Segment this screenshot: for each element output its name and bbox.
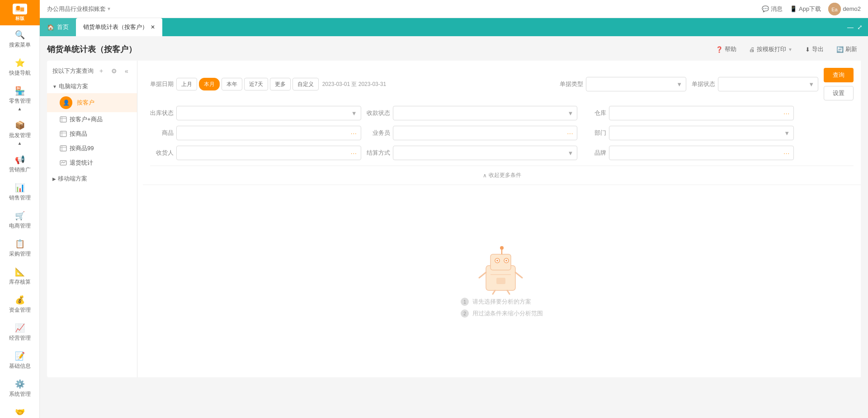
payment-status-select[interactable]: ▼ (393, 106, 578, 120)
doc-type-select[interactable]: ▼ (586, 77, 686, 91)
home-icon: 🏠 (47, 24, 54, 31)
scheme-item-by-customer[interactable]: 👤 按客户 (47, 93, 137, 112)
sidebar-item-inventory[interactable]: 📐 库存核算 (0, 262, 39, 290)
department-select[interactable]: ▼ (609, 126, 794, 140)
export-label: 导出 (812, 45, 824, 53)
svg-line-23 (479, 272, 486, 278)
scheme-collapse-btn[interactable]: « (122, 66, 132, 76)
empty-illustration (475, 245, 529, 290)
sidebar-item-ecommerce[interactable]: 🛒 电商管理 (0, 206, 39, 234)
print-icon: 🖨 (749, 46, 755, 53)
warehouse-field: 仓库 ··· (583, 106, 794, 120)
scheme-item-by-product[interactable]: 按商品 (47, 127, 137, 141)
product-select[interactable]: ··· (176, 126, 361, 140)
export-icon: ⬇ (805, 46, 810, 53)
query-button[interactable]: 查询 (824, 68, 854, 82)
settings-button[interactable]: 设置 (824, 86, 854, 100)
sidebar-item-sales[interactable]: 📊 销售管理 (0, 178, 39, 206)
scheme-panel-icons: ＋ ⚙ « (96, 66, 132, 76)
date-btn-more[interactable]: 更多 (270, 78, 291, 90)
chevron-up-icon: ∧ (483, 172, 487, 179)
payment-status-label: 收款状态 (367, 109, 390, 117)
ecommerce-icon: 🛒 (15, 211, 25, 221)
help-btn[interactable]: ❓ 帮助 (712, 43, 740, 55)
sidebar-item-purchase[interactable]: 📋 采购管理 (0, 234, 39, 262)
scheme-panel-header: 按以下方案查询 ＋ ⚙ « (47, 66, 137, 76)
maximize-icon[interactable]: ⤢ (857, 24, 863, 31)
scheme-group-mobile-header[interactable]: ▶ 移动端方案 (47, 172, 137, 185)
date-btn-this-month[interactable]: 本月 (199, 78, 220, 90)
app-download-btn[interactable]: 📱 App下载 (790, 5, 821, 13)
sidebar-item-operation[interactable]: 📈 经营管理 (0, 318, 39, 347)
sidebar-item-finance[interactable]: 💰 资金管理 (0, 290, 39, 318)
tab-close-icon[interactable]: ✕ (151, 24, 155, 30)
page-header: 销货单统计表（按客户） ❓ 帮助 🖨 按模板打印 ▼ ⬇ 导出 🔄 刷新 (47, 43, 861, 55)
scheme-group-desktop-header[interactable]: ▼ 电脑端方案 (47, 80, 137, 93)
tabbar: 🏠 首页 销货单统计表（按客户） ✕ — ⤢ (40, 18, 868, 36)
salesperson-select[interactable]: ··· (393, 126, 578, 140)
tab-home[interactable]: 🏠 首页 (40, 18, 76, 36)
date-btn-7days[interactable]: 近7天 (244, 78, 268, 90)
sidebar-item-basic[interactable]: 📝 基础信息 (0, 347, 39, 375)
svg-rect-1 (16, 6, 20, 10)
date-btn-this-year[interactable]: 本年 (222, 78, 242, 90)
date-range-text: 2023-03-01 至 2023-03-31 (322, 81, 386, 88)
salesperson-field: 业务员 ··· (367, 126, 578, 140)
doc-status-select[interactable]: ▼ (718, 77, 818, 91)
out-status-select[interactable]: ▼ (176, 106, 361, 120)
scheme-item-by-product-99[interactable]: 按商品99 (47, 141, 137, 156)
salesperson-label: 业务员 (367, 129, 390, 137)
scheme-settings-btn[interactable]: ⚙ (109, 66, 119, 76)
tab-home-label: 首页 (57, 23, 69, 31)
date-btn-custom[interactable]: 自定义 (292, 78, 319, 90)
payment-status-field: 收款状态 ▼ (367, 106, 578, 120)
scheme-item-return-stats[interactable]: 退货统计 (47, 156, 137, 170)
collapse-btn[interactable]: ∧ 收起更多条件 (476, 170, 528, 181)
sidebar-item-system[interactable]: ⚙️ 系统管理 (0, 375, 39, 403)
scheme-group-mobile: ▶ 移动端方案 (47, 172, 137, 185)
scheme-panel-title: 按以下方案查询 (52, 67, 94, 75)
sidebar-item-label: 零售管理 (9, 97, 31, 105)
warehouse-dots: ··· (783, 110, 790, 117)
refresh-btn[interactable]: 🔄 刷新 (833, 43, 861, 55)
settlement-select[interactable]: ▼ (393, 146, 578, 160)
message-icon: 💬 (762, 5, 769, 12)
retail-arrow: ▲ (18, 106, 22, 111)
sidebar-item-search-menu[interactable]: 🔍 搜索菜单 (0, 25, 39, 53)
print-btn[interactable]: 🖨 按模板打印 ▼ (745, 43, 796, 55)
sidebar-item-marketing[interactable]: 📢 营销推广 (0, 150, 39, 178)
page-actions: ❓ 帮助 🖨 按模板打印 ▼ ⬇ 导出 🔄 刷新 (712, 43, 861, 55)
date-btn-last-month[interactable]: 上月 (176, 78, 197, 90)
warehouse-select[interactable]: ··· (609, 106, 794, 120)
user-profile[interactable]: Ea demo2 (828, 3, 861, 15)
sidebar-item-wholesale[interactable]: 📦 批发管理 ▲ (0, 116, 39, 150)
export-btn[interactable]: ⬇ 导出 (802, 43, 827, 55)
warehouse-label: 仓库 (583, 109, 606, 117)
brand-select[interactable]: ··· (609, 146, 794, 160)
svg-rect-5 (60, 117, 66, 122)
sidebar-item-label: 资金管理 (9, 306, 31, 314)
industry-selector[interactable]: 办公用品行业模拟账套 ▼ (47, 5, 111, 13)
sidebar-item-retail[interactable]: 🏪 零售管理 ▲ (0, 81, 39, 116)
sales-icon: 📊 (15, 183, 25, 193)
recipient-dots: ··· (351, 150, 357, 157)
minimize-icon[interactable]: — (847, 24, 854, 31)
tab-sales-stat[interactable]: 销货单统计表（按客户） ✕ (76, 18, 162, 36)
scheme-item-by-customer-product[interactable]: 按客户+商品 (47, 112, 137, 127)
svg-point-19 (496, 260, 498, 261)
return-stats-icon (60, 159, 67, 166)
sidebar-item-enterprise-coop[interactable]: 🤝 企业协同 (0, 403, 39, 418)
sidebar-item-quick-nav[interactable]: ⭐ 快捷导航 (0, 53, 39, 81)
wholesale-arrow: ▲ (18, 141, 22, 146)
doc-status-label: 单据状态 (692, 80, 715, 88)
message-btn[interactable]: 💬 消息 (762, 5, 783, 13)
customer-icon: 👤 (63, 100, 70, 106)
svg-rect-2 (20, 8, 24, 11)
tab-window-controls: — ⤢ (847, 24, 868, 31)
user-name: demo2 (843, 5, 861, 12)
scheme-add-btn[interactable]: ＋ (96, 66, 106, 76)
svg-point-22 (500, 246, 504, 250)
recipient-select[interactable]: ··· (176, 146, 361, 160)
sidebar-item-label: 快捷导航 (9, 69, 31, 77)
quick-nav-icon: ⭐ (15, 58, 25, 68)
